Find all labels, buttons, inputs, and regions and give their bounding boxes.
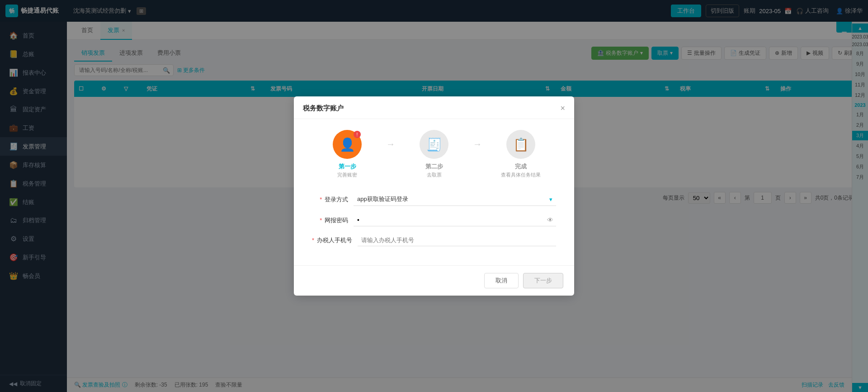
modal-dialog: 税务数字账户 × 👤 ! 第一步 完善账密 → — [294, 96, 574, 296]
required-star-3: * — [312, 237, 314, 244]
password-input-wrap: 👁 — [354, 214, 556, 226]
step-2-desc: 去取票 — [427, 172, 442, 178]
step-3-label: 完成 — [515, 163, 527, 171]
modal-title: 税务数字账户 — [303, 104, 344, 113]
modal-overlay[interactable]: 税务数字账户 × 👤 ! 第一步 完善账密 → — [0, 0, 868, 392]
step-2-symbol: 🧾 — [426, 137, 442, 152]
password-input[interactable] — [354, 214, 556, 226]
modal-footer: 取消 下一步 — [294, 265, 574, 296]
eye-icon[interactable]: 👁 — [547, 216, 553, 224]
step-arrow-1: → — [382, 139, 399, 149]
step-1-icon: 👤 ! — [333, 130, 362, 159]
step-1-badge-text: ! — [357, 132, 358, 137]
modal-body: 👤 ! 第一步 完善账密 → 🧾 第二步 去取票 — [294, 119, 574, 265]
modal-close-button[interactable]: × — [560, 104, 565, 113]
step-2-label: 第二步 — [425, 163, 443, 171]
select-dropdown-icon: ▾ — [549, 196, 552, 203]
required-star-1: * — [320, 196, 322, 203]
step-1-desc: 完善账密 — [337, 172, 357, 178]
cancel-button[interactable]: 取消 — [484, 273, 519, 288]
modal-header: 税务数字账户 × — [294, 96, 574, 119]
step-1-label: 第一步 — [339, 163, 356, 171]
phone-row: * 办税人手机号 — [312, 234, 556, 246]
step-3-symbol: 📋 — [513, 137, 529, 152]
step-1: 👤 ! 第一步 完善账密 — [312, 130, 382, 178]
steps-indicator: 👤 ! 第一步 完善账密 → 🧾 第二步 去取票 — [312, 130, 556, 178]
step-arrow-2: → — [469, 139, 486, 149]
login-method-value: app获取验证码登录 — [357, 195, 408, 203]
phone-input[interactable] — [358, 234, 556, 246]
login-method-select[interactable]: app获取验证码登录 ▾ — [354, 193, 556, 206]
login-method-label: * 登录方式 — [312, 196, 348, 204]
step-3: 📋 完成 查看具体任务结果 — [486, 130, 556, 178]
password-label: * 网报密码 — [312, 216, 348, 225]
step-2: 🧾 第二步 去取票 — [399, 130, 469, 178]
step-1-badge: ! — [354, 131, 361, 138]
step-1-symbol: 👤 — [340, 137, 355, 152]
next-button[interactable]: 下一步 — [523, 273, 563, 288]
password-row: * 网报密码 👁 — [312, 214, 556, 226]
required-star-2: * — [320, 217, 322, 224]
step-3-desc: 查看具体任务结果 — [501, 172, 541, 178]
step-2-icon: 🧾 — [420, 130, 448, 159]
step-3-icon: 📋 — [506, 130, 535, 159]
phone-label: * 办税人手机号 — [312, 236, 352, 244]
login-method-row: * 登录方式 app获取验证码登录 ▾ — [312, 193, 556, 206]
